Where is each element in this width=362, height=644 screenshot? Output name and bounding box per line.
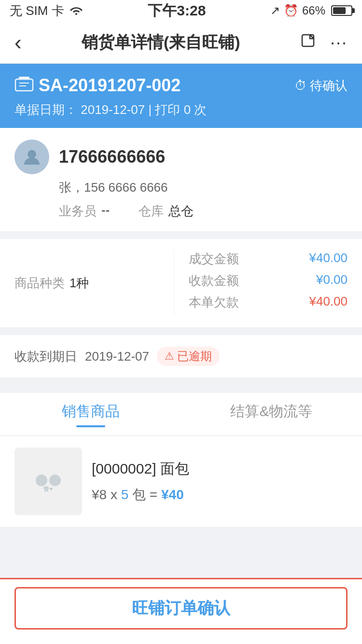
multiply-sign: x <box>111 487 117 502</box>
warehouse-value: 总仓 <box>168 203 194 220</box>
avatar <box>14 140 49 174</box>
product-unit: 包 <box>132 487 146 502</box>
overdue-icon: ⚠ <box>165 350 174 363</box>
bottom-bar: 旺铺订单确认 <box>0 578 362 644</box>
status-bar: 无 SIM 卡 下午3:28 ↗ ⏰ 66% <box>0 0 362 21</box>
order-status: ⏱ 待确认 <box>294 77 348 94</box>
order-icon <box>14 76 34 95</box>
product-info: [0000002] 面包 ¥8 x 5 包 = ¥40 <box>92 448 348 515</box>
salesperson-value: -- <box>101 203 110 220</box>
order-date-row: 单据日期： 2019-12-07 | 打印 0 次 <box>14 101 348 118</box>
payment-label: 收款金额 <box>189 272 239 289</box>
confirm-order-button[interactable]: 旺铺订单确认 <box>14 587 348 630</box>
product-price-row: ¥8 x 5 包 = ¥40 <box>92 486 348 504</box>
confirm-button-label: 旺铺订单确认 <box>132 597 230 619</box>
amount-label: 成交金额 <box>189 251 239 267</box>
status-left: 无 SIM 卡 <box>10 2 84 19</box>
svg-text:管+: 管+ <box>43 486 53 492</box>
print-info: | 打印 0 次 <box>148 102 207 117</box>
product-code: [0000002] <box>92 461 156 476</box>
battery-text: 66% <box>302 4 325 17</box>
due-date-card: 收款到期日 2019-12-07 ⚠ 已逾期 <box>0 335 362 378</box>
nav-actions: ··· <box>300 32 348 53</box>
status-time: 下午3:28 <box>148 1 206 21</box>
customer-header: 17666666666 <box>14 140 348 174</box>
warehouse-label: 仓库 <box>139 203 164 220</box>
amount-row-2: 收款金额 ¥0.00 <box>189 272 348 289</box>
customer-card: 17666666666 张，156 6666 6666 业务员 -- 仓库 总仓 <box>0 128 362 231</box>
tab-inactive-indicator <box>257 425 286 427</box>
carrier-text: 无 SIM 卡 <box>10 2 64 19</box>
status-right: ↗ ⏰ 66% <box>270 4 352 17</box>
order-date-value: 2019-12-07 <box>81 102 145 117</box>
stats-card: 商品种类 1种 成交金额 ¥40.00 收款金额 ¥0.00 本单欠款 ¥40.… <box>0 239 362 327</box>
product-name: [0000002] 面包 <box>92 459 348 479</box>
svg-point-5 <box>36 475 47 486</box>
stats-amounts: 成交金额 ¥40.00 收款金额 ¥0.00 本单欠款 ¥40.00 <box>174 251 348 316</box>
category-value: 1种 <box>70 275 89 292</box>
order-status-text: 待确认 <box>310 77 348 94</box>
overdue-text: 已逾期 <box>177 349 212 364</box>
tabs: 销售商品 结算&物流等 <box>0 393 362 436</box>
amount-row-3: 本单欠款 ¥40.00 <box>189 294 348 311</box>
alarm-icon: ⏰ <box>284 4 298 17</box>
divider <box>0 385 362 393</box>
product-thumbnail: 管+ <box>14 448 82 515</box>
product-qty: 5 <box>121 487 129 502</box>
stats-category: 商品种类 1种 <box>14 251 174 316</box>
table-row: 管+ [0000002] 面包 ¥8 x 5 包 = ¥40 <box>0 436 362 527</box>
warehouse-item: 仓库 总仓 <box>139 203 194 220</box>
more-button[interactable]: ··· <box>330 32 348 53</box>
salesperson-label: 业务员 <box>59 203 97 220</box>
amount-value: ¥40.00 <box>309 251 348 267</box>
nav-bar: ‹ 销货单详情(来自旺铺) ··· <box>0 21 362 64</box>
salesperson-item: 业务员 -- <box>59 203 110 220</box>
status-clock-icon: ⏱ <box>294 78 307 93</box>
order-id-text: SA-20191207-002 <box>39 75 181 96</box>
due-date-value: 2019-12-07 <box>85 349 149 364</box>
debt-value: ¥40.00 <box>309 294 348 311</box>
product-section: 管+ [0000002] 面包 ¥8 x 5 包 = ¥40 <box>0 436 362 527</box>
order-id-container: SA-20191207-002 <box>14 75 181 96</box>
svg-rect-1 <box>15 79 33 91</box>
svg-point-4 <box>28 150 36 159</box>
tab-active-indicator <box>76 425 105 427</box>
customer-phone: 17666666666 <box>59 147 165 167</box>
debt-label: 本单欠款 <box>189 294 239 311</box>
tab-settlement-label: 结算&物流等 <box>230 402 312 421</box>
product-title: 面包 <box>160 461 189 476</box>
tab-sales-goods[interactable]: 销售商品 <box>0 393 181 435</box>
svg-point-6 <box>49 475 61 486</box>
wifi-icon <box>69 3 84 18</box>
page-title: 销货单详情(来自旺铺) <box>82 31 240 54</box>
amount-row-1: 成交金额 ¥40.00 <box>189 251 348 267</box>
date-label: 单据日期： <box>14 102 77 117</box>
due-label: 收款到期日 <box>14 348 77 365</box>
order-header: SA-20191207-002 ⏱ 待确认 单据日期： 2019-12-07 |… <box>0 64 362 128</box>
customer-meta: 业务员 -- 仓库 总仓 <box>59 203 348 220</box>
battery-icon <box>331 5 352 16</box>
customer-name: 张，156 6666 6666 <box>59 179 348 196</box>
payment-value: ¥0.00 <box>316 272 348 289</box>
product-total: ¥40 <box>161 487 184 502</box>
category-label: 商品种类 <box>14 275 65 292</box>
equals-sign: = <box>150 487 157 502</box>
tab-sales-label: 销售商品 <box>62 402 120 421</box>
tab-settlement[interactable]: 结算&物流等 <box>181 393 362 435</box>
unit-price: ¥8 <box>92 487 107 502</box>
share-button[interactable] <box>300 33 316 52</box>
overdue-badge: ⚠ 已逾期 <box>157 347 220 366</box>
back-button[interactable]: ‹ <box>14 30 22 55</box>
location-icon: ↗ <box>270 4 280 17</box>
